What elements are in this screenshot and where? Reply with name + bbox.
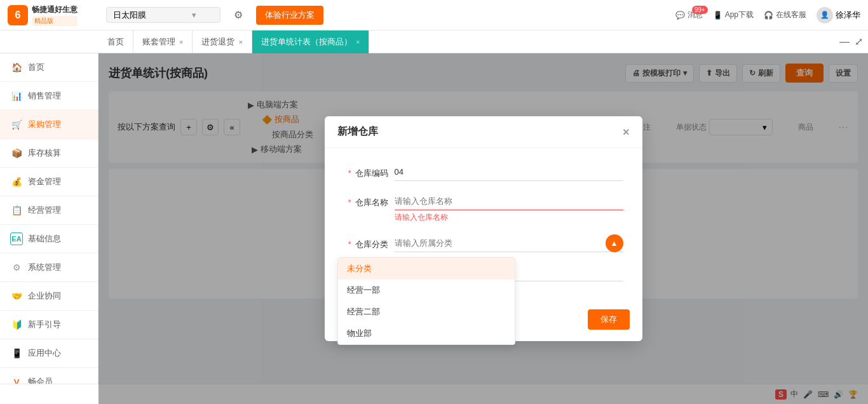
user-avatar: 👤 xyxy=(817,7,833,24)
dropdown-option-dept3[interactable]: 物业部 xyxy=(338,323,515,344)
category-dropdown-arrow[interactable]: ▲ xyxy=(606,234,623,252)
sales-icon: 📊 xyxy=(10,90,23,102)
category-field: ▲ 未分类 经营一部 经营二部 物业部 xyxy=(395,234,623,252)
name-label: * 仓库名称 xyxy=(344,192,395,208)
sidebar-item-operations[interactable]: 📋 经营管理 xyxy=(0,196,98,225)
search-input[interactable] xyxy=(113,10,189,20)
finance-icon: 💰 xyxy=(10,175,23,188)
tab-home[interactable]: 首页 xyxy=(98,30,133,53)
sidebar-item-purchase[interactable]: 🛒 采购管理 xyxy=(0,111,98,139)
category-label: * 仓库分类 xyxy=(344,234,395,250)
sidebar-item-newbie[interactable]: 🔰 新手引导 xyxy=(0,311,98,339)
logo-icon: 6 xyxy=(8,5,28,25)
new-warehouse-modal: 新增仓库 × * 仓库编码 xyxy=(325,116,642,341)
inventory-icon: 📦 xyxy=(10,147,23,159)
apps-icon: 📱 xyxy=(10,347,23,360)
search-box[interactable]: ▾ xyxy=(106,7,220,23)
sidebar-item-inventory[interactable]: 📦 库存核算 xyxy=(0,139,98,168)
dropdown-option-dept2[interactable]: 经营二部 xyxy=(338,301,515,323)
modal-overlay: 新增仓库 × * 仓库编码 xyxy=(98,53,868,404)
sidebar-item-sales[interactable]: 📊 销售管理 xyxy=(0,82,98,111)
form-row-category: * 仓库分类 ▲ 未分类 经营一部 经营二部 物业部 xyxy=(344,234,623,252)
code-field xyxy=(395,163,623,181)
tab-purchase-stats-close[interactable]: × xyxy=(356,38,360,46)
operations-icon: 📋 xyxy=(10,204,23,217)
sidebar: 🏠 首页 📊 销售管理 🛒 采购管理 📦 库存核算 💰 资金管理 📋 经营管理 … xyxy=(0,53,98,404)
code-label: * 仓库编码 xyxy=(344,163,395,179)
content-area: 进货单统计(按商品) 🖨 按模板打印 ▾ ⬆ 导出 ↻ 刷新 查询 xyxy=(98,53,868,404)
headset-icon: 🎧 xyxy=(764,11,773,20)
form-row-code: * 仓库编码 xyxy=(344,163,623,181)
user-menu[interactable]: 👤 徐泽华 xyxy=(817,7,860,24)
message-button[interactable]: 💬 消息 99+ xyxy=(675,10,703,20)
tab-minimize-icon[interactable]: — xyxy=(839,36,850,48)
top-header: 6 畅捷通好生意 精品版 ▾ ⚙ 体验行业方案 💬 消息 99+ 📱 App下载… xyxy=(0,0,868,30)
tab-bar-actions: — ⤢ xyxy=(839,36,868,48)
category-input[interactable] xyxy=(395,234,623,252)
online-service-button[interactable]: 🎧 在线客服 xyxy=(764,10,806,20)
modal-header: 新增仓库 × xyxy=(325,116,642,148)
modal-close-button[interactable]: × xyxy=(623,126,630,138)
message-icon: 💬 xyxy=(675,11,685,20)
modal-body: * 仓库编码 * 仓库名称 xyxy=(325,148,642,303)
dropdown-option-dept1[interactable]: 经营一部 xyxy=(338,279,515,301)
phone-icon: 📱 xyxy=(713,11,722,20)
logo-text: 畅捷通好生意 精品版 xyxy=(32,4,78,26)
name-input[interactable] xyxy=(395,192,623,210)
sidebar-item-home[interactable]: 🏠 首页 xyxy=(0,53,98,82)
search-dropdown-arrow[interactable]: ▾ xyxy=(192,10,196,20)
sidebar-item-enterprise[interactable]: 🤝 企业协同 xyxy=(0,282,98,311)
main-layout: 🏠 首页 📊 销售管理 🛒 采购管理 📦 库存核算 💰 资金管理 📋 经营管理 … xyxy=(0,53,868,404)
newbie-icon: 🔰 xyxy=(10,318,23,331)
tab-purchase-return-close[interactable]: × xyxy=(238,38,242,46)
notif-badge: 99+ xyxy=(692,6,708,14)
tab-accounts-close[interactable]: × xyxy=(179,38,183,46)
save-button[interactable]: 保存 xyxy=(588,309,630,330)
home-icon: 🏠 xyxy=(10,61,23,74)
sidebar-item-apps[interactable]: 📱 应用中心 xyxy=(0,339,98,368)
trial-button[interactable]: 体验行业方案 xyxy=(256,6,323,25)
app-download-button[interactable]: 📱 App下载 xyxy=(713,10,754,20)
header-right: 💬 消息 99+ 📱 App下载 🎧 在线客服 👤 徐泽华 xyxy=(675,7,860,24)
logo-area: 6 畅捷通好生意 精品版 xyxy=(8,4,106,26)
name-error-message: 请输入仓库名称 xyxy=(395,212,623,223)
tab-accounts[interactable]: 账套管理 × xyxy=(133,30,193,53)
settings-icon[interactable]: ⚙ xyxy=(228,5,248,25)
dropdown-option-uncategorized[interactable]: 未分类 xyxy=(338,258,515,279)
category-dropdown-list: 未分类 经营一部 经营二部 物业部 xyxy=(337,257,515,345)
sidebar-item-system[interactable]: ⚙ 系统管理 xyxy=(0,253,98,282)
system-icon: ⚙ xyxy=(10,261,23,274)
tab-purchase-return[interactable]: 进货退货 × xyxy=(193,30,252,53)
user-name: 徐泽华 xyxy=(836,10,860,21)
purchase-icon: 🛒 xyxy=(10,118,23,131)
tab-purchase-stats[interactable]: 进货单统计表（按商品） × xyxy=(252,30,369,53)
enterprise-icon: 🤝 xyxy=(10,290,23,302)
name-field: 请输入仓库名称 xyxy=(395,192,623,223)
code-input[interactable] xyxy=(395,163,623,181)
tab-bar: 首页 账套管理 × 进货退货 × 进货单统计表（按商品） × — ⤢ xyxy=(0,30,868,53)
modal-title: 新增仓库 xyxy=(337,125,378,138)
sidebar-item-basic-info[interactable]: EA 基础信息 xyxy=(0,225,98,253)
basic-info-icon: EA xyxy=(10,232,23,245)
tab-expand-icon[interactable]: ⤢ xyxy=(855,36,863,48)
sidebar-item-finance[interactable]: 💰 资金管理 xyxy=(0,168,98,196)
form-row-name: * 仓库名称 请输入仓库名称 xyxy=(344,192,623,223)
